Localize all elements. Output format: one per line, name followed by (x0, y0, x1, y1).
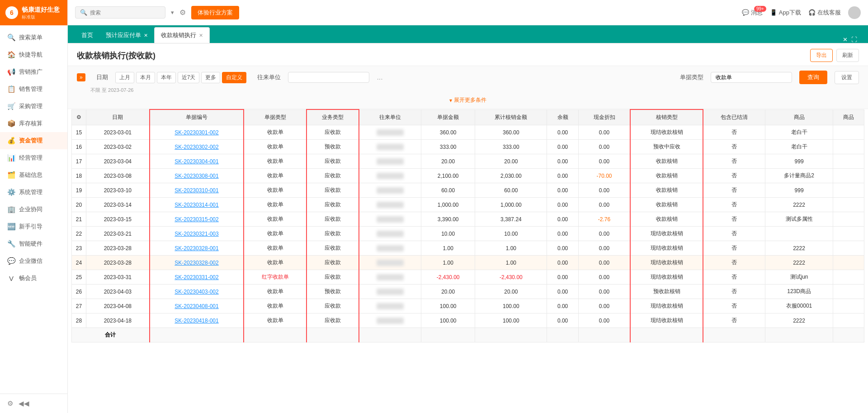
row-amount: 2,100.00 (421, 169, 475, 183)
date-this-month[interactable]: 本月 (136, 72, 155, 83)
export-button[interactable]: 导出 (810, 49, 833, 62)
logo-text: 畅康道好生意 标准版 (22, 5, 60, 19)
row-writeoff-type: 现结收款核销 (630, 227, 703, 241)
sidebar-item-sales[interactable]: 📋销售管理 (0, 81, 67, 98)
sidebar-menu: 🔍搜索菜单🏠快捷导航📢营销推广📋销售管理🛒采购管理📦库存核算💰资金管理📊经营管理… (0, 25, 67, 394)
date-last-month[interactable]: 上月 (115, 72, 134, 83)
sidebar-item-label-purchase: 采购管理 (19, 102, 42, 110)
date-custom[interactable]: 自定义 (222, 72, 246, 83)
doc-no-link[interactable]: SK-20230403-002 (175, 289, 218, 295)
row-biz-type: 应收款 (307, 241, 359, 256)
tab-receipt-close[interactable]: ✕ (199, 33, 203, 38)
dropdown-arrow-icon[interactable]: ▾ (171, 9, 174, 16)
sidebar-item-search[interactable]: 🔍搜索菜单 (0, 29, 67, 46)
sidebar-item-finance[interactable]: 💰资金管理 (0, 132, 67, 149)
row-goods1: 2222 (765, 313, 833, 328)
sidebar-item-operation[interactable]: 📊经营管理 (0, 149, 67, 166)
doc-no-link[interactable]: SK-20230314-001 (175, 202, 218, 208)
doc-no-link[interactable]: SK-20230310-001 (175, 187, 218, 194)
date-7days[interactable]: 近7天 (178, 72, 200, 83)
row-balance: 0.00 (547, 125, 578, 140)
doc-no-link[interactable]: SK-20230304-001 (175, 158, 218, 165)
doc-no-link[interactable]: SK-20230328-002 (175, 260, 218, 266)
row-writeoff: 3,387.24 (475, 212, 547, 227)
app-download-btn[interactable]: 📱 App下载 (770, 9, 801, 17)
row-amount: 360.00 (421, 125, 475, 140)
row-writeoff: 1.00 (475, 256, 547, 270)
date-more[interactable]: 更多 (201, 72, 220, 83)
sidebar-item-basic[interactable]: 🗂️基础信息 (0, 166, 67, 184)
online-service-btn[interactable]: 🎧 在线客服 (808, 9, 841, 17)
row-goods2 (833, 154, 864, 169)
tab-receipt[interactable]: 收款核销执行 ✕ (154, 27, 210, 43)
tab-home[interactable]: 首页 (75, 28, 99, 43)
doc-no-link[interactable]: SK-20230301-002 (175, 129, 218, 136)
sidebar-item-purchase[interactable]: 🛒采购管理 (0, 98, 67, 115)
search-icon: 🔍 (7, 33, 15, 42)
row-included: 否 (703, 212, 765, 227)
sidebar-item-quicknav[interactable]: 🏠快捷导航 (0, 46, 67, 63)
row-goods2 (833, 241, 864, 256)
query-button[interactable]: 查询 (799, 71, 827, 84)
row-discount: 0.00 (578, 270, 630, 285)
settings-button[interactable]: 设置 (835, 71, 859, 84)
refresh-button[interactable]: 刷新 (836, 49, 859, 62)
topbar-search-box[interactable]: 🔍 (75, 6, 165, 19)
sidebar-item-guide[interactable]: 🆕新手引导 (0, 218, 67, 235)
sidebar-item-inventory[interactable]: 📦库存核算 (0, 115, 67, 132)
messages-btn[interactable]: 💬 消息 99+ (742, 9, 763, 17)
row-balance: 0.00 (547, 313, 578, 328)
tab-prepay[interactable]: 预计应应付单 ✕ (99, 28, 154, 43)
row-amount: 60.00 (421, 183, 475, 198)
footer-writeofftype (630, 328, 703, 342)
sidebar-item-marketing[interactable]: 📢营销推广 (0, 63, 67, 81)
sidebar-item-member[interactable]: V畅会员 (0, 270, 67, 287)
settings-bottom-icon[interactable]: ⚙ (7, 399, 13, 408)
user-avatar[interactable] (848, 6, 861, 19)
doc-no-link[interactable]: SK-20230321-003 (175, 231, 218, 237)
tab-prepay-close[interactable]: ✕ (144, 33, 148, 38)
doctype-select[interactable]: 收款单 全部 (711, 72, 792, 83)
data-table-wrapper: ⚙ 日期 单据编号 单据类型 业务类型 往来单位 单据金额 累计核销金额 余额 … (68, 109, 868, 413)
row-partner: ██████ (359, 299, 421, 313)
filter-toggle-icon[interactable]: » (77, 73, 85, 81)
doc-no-link[interactable]: SK-20230418-001 (175, 318, 218, 324)
doc-no-link[interactable]: SK-20230315-002 (175, 216, 218, 223)
row-discount: -2.76 (578, 212, 630, 227)
col-date: 日期 (86, 109, 150, 125)
search-input[interactable] (90, 9, 153, 16)
row-doc-type: 红字收款单 (244, 270, 307, 285)
row-writeoff-type: 现结收款核销 (630, 313, 703, 328)
doc-no-link[interactable]: SK-20230408-001 (175, 303, 218, 309)
col-settings[interactable]: ⚙ (72, 109, 86, 125)
row-doc-type: 收款单 (244, 183, 307, 198)
row-writeoff: 10.00 (475, 227, 547, 241)
table-row: 20 2023-03-14 SK-20230314-001 收款单 应收款 ██… (72, 198, 864, 212)
gear-icon[interactable]: ⚙ (179, 8, 186, 17)
table-row: 16 2023-03-02 SK-20230302-002 收款单 预收款 ██… (72, 140, 864, 154)
row-doc-no: SK-20230310-001 (150, 183, 244, 198)
row-goods1: 老白干 (765, 140, 833, 154)
doc-no-link[interactable]: SK-20230331-002 (175, 274, 218, 280)
industry-btn[interactable]: 体验行业方案 (191, 6, 239, 19)
finance-icon: 💰 (7, 137, 15, 145)
sidebar-item-enterprise[interactable]: 🏢企业协同 (0, 201, 67, 218)
sidebar-item-system[interactable]: ⚙️系统管理 (0, 184, 67, 201)
row-discount: 0.00 (578, 125, 630, 140)
partner-input[interactable] (288, 72, 369, 83)
doc-no-link[interactable]: SK-20230308-001 (175, 173, 218, 179)
col-included: 包含已结清 (703, 109, 765, 125)
row-goods2 (833, 125, 864, 140)
row-amount: 3,390.00 (421, 212, 475, 227)
doc-no-link[interactable]: SK-20230328-001 (175, 245, 218, 252)
sidebar-item-wechat[interactable]: 💬企业微信 (0, 252, 67, 270)
tab-expand-icon[interactable]: ⛶ (851, 36, 857, 43)
sidebar-item-hardware[interactable]: 🔧智能硬件 (0, 235, 67, 252)
footer-partner (359, 328, 421, 342)
collapse-icon[interactable]: ◀◀ (19, 399, 29, 408)
system-icon: ⚙️ (7, 188, 15, 196)
expand-more-btn[interactable]: ▾ 展开更多条件 (449, 96, 486, 104)
date-this-year[interactable]: 本年 (157, 72, 176, 83)
tab-close-all-icon[interactable]: ✕ (843, 36, 848, 43)
doc-no-link[interactable]: SK-20230302-002 (175, 144, 218, 150)
